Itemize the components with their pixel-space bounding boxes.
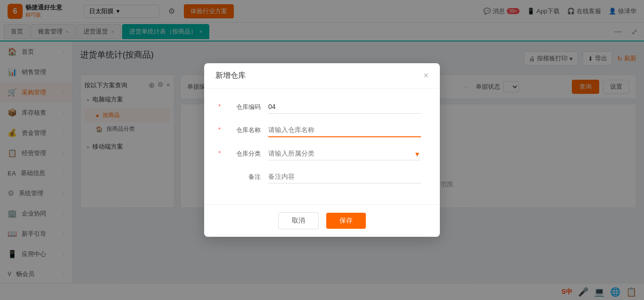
- form-row-category: 仓库分类 ▾: [223, 147, 421, 160]
- form-row-note: 备注: [223, 170, 421, 183]
- form-row-name: 仓库名称: [223, 123, 421, 137]
- modal-header: 新增仓库 ×: [204, 63, 440, 89]
- save-button[interactable]: 保存: [326, 213, 366, 229]
- name-input[interactable]: [268, 123, 421, 137]
- modal-close-button[interactable]: ×: [423, 71, 429, 81]
- modal-add-warehouse: 新增仓库 × 仓库编码 仓库名称 仓库分类 ▾: [204, 63, 440, 237]
- note-input[interactable]: [268, 170, 421, 183]
- note-label: 备注: [223, 173, 261, 181]
- form-row-code: 仓库编码: [223, 100, 421, 114]
- modal-body: 仓库编码 仓库名称 仓库分类 ▾ 备注: [204, 89, 440, 204]
- category-label: 仓库分类: [223, 150, 261, 158]
- cancel-button[interactable]: 取消: [278, 212, 319, 229]
- modal-title: 新增仓库: [215, 71, 246, 81]
- category-select-wrapper: ▾: [268, 147, 421, 160]
- name-label: 仓库名称: [223, 126, 261, 134]
- code-input[interactable]: [268, 100, 421, 114]
- modal-overlay: 新增仓库 × 仓库编码 仓库名称 仓库分类 ▾: [0, 0, 644, 300]
- code-label: 仓库编码: [223, 103, 261, 111]
- category-input[interactable]: [268, 147, 421, 160]
- modal-footer: 取消 保存: [204, 204, 440, 237]
- category-dropdown-icon: ▾: [415, 149, 419, 158]
